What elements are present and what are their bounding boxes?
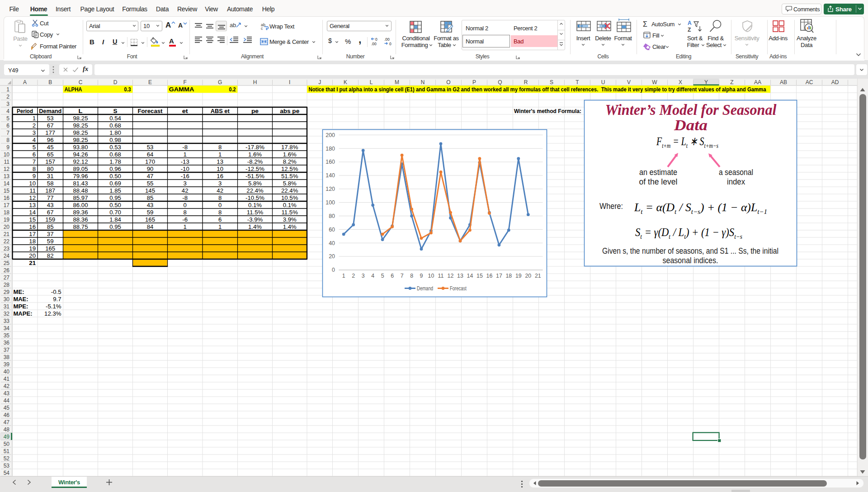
svg-text:11: 11 [29, 187, 36, 194]
svg-text:51.5%: 51.5% [281, 173, 298, 180]
svg-text:14: 14 [29, 209, 36, 216]
svg-text:15: 15 [29, 216, 36, 223]
svg-text:0.70: 0.70 [109, 209, 121, 216]
svg-text:0.69: 0.69 [109, 180, 121, 187]
svg-text:11.5%: 11.5% [281, 209, 298, 216]
svg-text:3: 3 [362, 273, 365, 279]
svg-text:21: 21 [29, 260, 36, 266]
svg-text:20: 20 [4, 224, 10, 230]
svg-text:79.96: 79.96 [73, 173, 88, 180]
svg-text:98.25: 98.25 [73, 129, 88, 136]
svg-text:59: 59 [147, 209, 154, 216]
svg-text:Lt = α(Dt / St−s) + (1 − α)Lt−: Lt = α(Dt / St−s) + (1 − α)Lt−1 [634, 201, 767, 215]
svg-text:12: 12 [4, 166, 10, 172]
svg-text:AD: AD [831, 79, 839, 85]
svg-text:89.05: 89.05 [73, 166, 88, 172]
svg-text:-51.5%: -51.5% [245, 173, 264, 180]
svg-text:12.3%: 12.3% [44, 310, 61, 317]
svg-text:17: 17 [4, 202, 10, 208]
svg-text:81.43: 81.43 [73, 180, 88, 187]
svg-text:98.25: 98.25 [73, 115, 88, 122]
svg-text:47: 47 [147, 173, 154, 180]
svg-text:27: 27 [4, 274, 10, 281]
svg-text:Z: Z [730, 79, 733, 85]
svg-text:13: 13 [4, 173, 10, 180]
svg-text:-8.2%: -8.2% [247, 158, 263, 165]
svg-text:4: 4 [6, 108, 9, 114]
svg-text:0.96: 0.96 [109, 166, 121, 172]
svg-text:8: 8 [218, 194, 222, 201]
svg-text:55: 55 [147, 180, 154, 187]
svg-text:D: D [113, 79, 118, 85]
svg-text:P: P [472, 79, 476, 85]
svg-text:88.75: 88.75 [73, 223, 88, 230]
svg-text:ABS et: ABS et [211, 108, 230, 114]
svg-text:3: 3 [6, 101, 9, 107]
svg-text:187: 187 [45, 187, 55, 194]
svg-text:0.3: 0.3 [124, 86, 131, 93]
svg-text:10.5%: 10.5% [281, 194, 298, 201]
svg-text:94.26: 94.26 [73, 151, 88, 158]
svg-text:O: O [446, 79, 450, 85]
svg-text:J: J [318, 79, 321, 85]
svg-text:0.50: 0.50 [109, 202, 121, 208]
svg-text:77: 77 [47, 194, 54, 201]
svg-text:F: F [184, 79, 187, 85]
svg-text:-17.8%: -17.8% [245, 144, 264, 151]
svg-text:28: 28 [4, 282, 10, 288]
svg-text:1.4%: 1.4% [248, 223, 262, 230]
svg-text:52: 52 [4, 455, 10, 462]
svg-text:3: 3 [184, 180, 187, 187]
svg-text:-13: -13 [181, 158, 189, 165]
svg-text:43: 43 [47, 202, 54, 208]
svg-text:13: 13 [29, 202, 36, 208]
svg-text:1.85: 1.85 [109, 187, 121, 194]
svg-text:R: R [524, 79, 528, 85]
svg-text:2: 2 [33, 122, 36, 129]
svg-text:10: 10 [29, 180, 36, 187]
svg-text:6: 6 [33, 151, 36, 158]
svg-text:8: 8 [6, 137, 9, 143]
svg-text:Demand: Demand [417, 285, 433, 292]
svg-text:85: 85 [47, 223, 54, 230]
svg-text:5: 5 [381, 273, 384, 279]
svg-text:8: 8 [33, 166, 36, 172]
svg-text:18: 18 [4, 209, 10, 216]
svg-text:0: 0 [218, 202, 222, 208]
svg-text:4: 4 [371, 273, 374, 279]
svg-text:80: 80 [329, 213, 335, 219]
svg-text:48: 48 [4, 426, 10, 433]
svg-text:88.36: 88.36 [73, 216, 88, 223]
svg-text:23: 23 [4, 246, 10, 252]
svg-text:38: 38 [4, 354, 10, 360]
svg-text:10: 10 [428, 273, 434, 279]
svg-text:Y: Y [704, 79, 708, 85]
svg-text:86.00: 86.00 [73, 202, 88, 208]
svg-text:20: 20 [329, 253, 335, 260]
svg-text:90: 90 [147, 166, 154, 172]
svg-text:0.95: 0.95 [109, 194, 121, 201]
svg-text:8: 8 [184, 209, 187, 216]
svg-text:18: 18 [505, 273, 512, 279]
svg-text:85: 85 [147, 194, 154, 201]
svg-text:Winter’s Model for Seasonal: Winter’s Model for Seasonal [605, 102, 777, 118]
svg-text:22: 22 [4, 238, 10, 245]
svg-text:14: 14 [467, 273, 473, 279]
svg-text:8: 8 [410, 273, 413, 279]
svg-text:31: 31 [4, 303, 10, 310]
svg-text:180: 180 [326, 146, 335, 152]
svg-text:41: 41 [4, 376, 10, 382]
svg-text:60: 60 [329, 227, 335, 233]
svg-text:1.80: 1.80 [109, 129, 121, 136]
svg-text:82: 82 [47, 252, 54, 259]
svg-text:7: 7 [33, 158, 36, 165]
svg-text:1.78: 1.78 [109, 158, 121, 165]
svg-text:67: 67 [47, 122, 54, 129]
svg-text:-8: -8 [182, 194, 188, 201]
svg-text:L: L [370, 79, 373, 85]
svg-text:-6: -6 [182, 216, 188, 223]
svg-text:17: 17 [496, 273, 502, 279]
svg-text:0.53: 0.53 [109, 144, 121, 151]
svg-text:2: 2 [352, 273, 355, 279]
svg-text:54: 54 [4, 470, 10, 476]
